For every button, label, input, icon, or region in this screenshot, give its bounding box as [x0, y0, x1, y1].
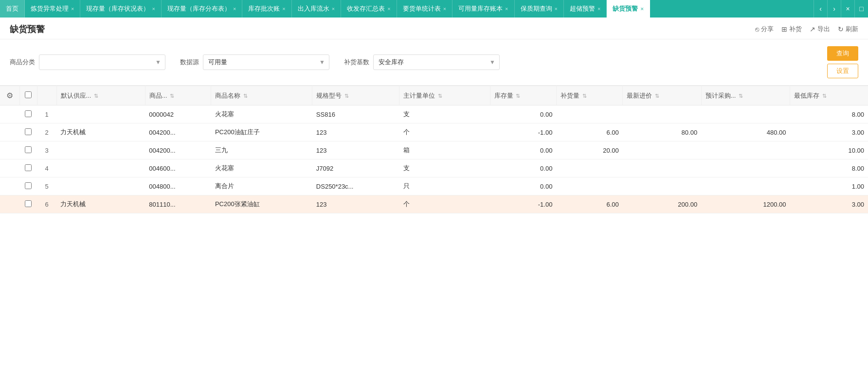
col-header-supplier[interactable]: 默认供应... ⇅: [56, 86, 145, 106]
tab-home[interactable]: 首页: [0, 0, 25, 18]
row-checkbox-cell[interactable]: [19, 141, 37, 159]
row-checkbox-5[interactable]: [25, 200, 32, 207]
col-header-spec[interactable]: 规格型号 ⇅: [312, 86, 399, 106]
datasource-select-arrow: ▼: [319, 59, 325, 66]
restock-basis-label: 补货基数: [344, 58, 369, 67]
share-button[interactable]: ⎋ 分享: [755, 25, 774, 34]
nav-maximize[interactable]: □: [854, 0, 868, 18]
tab-lianhuo[interactable]: 炼货异常处理 ×: [25, 0, 80, 18]
row-spec-2: 123: [312, 141, 399, 159]
col-header-min-stock[interactable]: 最低库存 ⇅: [790, 86, 868, 106]
tab-yaohuo-close[interactable]: ×: [443, 6, 446, 12]
table-container: ⚙ 默认供应... ⇅ 商品... ⇅ 商品名称: [0, 86, 868, 223]
row-unit-1: 个: [399, 123, 490, 141]
nav-close-window[interactable]: ×: [841, 0, 854, 18]
row-est-purchase-0: [701, 106, 790, 123]
col-header-name[interactable]: 商品名称 ⇅: [211, 86, 312, 106]
col-code-label: 商品...: [149, 92, 167, 99]
row-checkbox-cell[interactable]: [19, 123, 37, 141]
tab-keyongliang-close[interactable]: ×: [505, 6, 508, 12]
refresh-label: 刷新: [846, 25, 858, 34]
tab-churuku[interactable]: 出入库流水 ×: [292, 0, 341, 18]
row-code-0: 0000042: [145, 106, 211, 123]
row-code-3: 004600...: [145, 159, 211, 177]
col-header-latest-price[interactable]: 最新进价 ⇅: [623, 86, 701, 106]
row-min-stock-1: 3.00: [790, 123, 868, 141]
row-settings-cell: [0, 195, 19, 213]
row-code-4: 004800...: [145, 177, 211, 195]
tab-keyongliang[interactable]: 可用量库存账本 ×: [452, 0, 514, 18]
refresh-icon: ↻: [838, 25, 844, 33]
row-checkbox-0[interactable]: [25, 110, 32, 117]
tab-shofacun-close[interactable]: ×: [387, 6, 390, 12]
tab-quehuo-close[interactable]: ×: [640, 6, 643, 12]
nav-arrows: ‹ › × □: [814, 0, 868, 18]
datasource-select[interactable]: 可用量 ▼: [203, 54, 329, 70]
tab-xiancunliang1-close[interactable]: ×: [152, 6, 155, 12]
tab-kucunpici-close[interactable]: ×: [282, 6, 285, 12]
row-code-5: 801110...: [145, 195, 211, 213]
col-header-stock[interactable]: 库存量 ⇅: [490, 86, 556, 106]
table-row: 3 004200... 三九 123 箱 0.00 20.00 10.00: [0, 141, 868, 159]
category-select[interactable]: ▼: [39, 54, 165, 70]
table-row: 5 004800... 离合片 DS250*23c... 只 0.00 1.00: [0, 177, 868, 195]
row-checkbox-2[interactable]: [25, 146, 32, 153]
tab-yaohuo[interactable]: 要货单统计表 ×: [397, 0, 452, 18]
row-spec-3: J7092: [312, 159, 399, 177]
row-supplier-2: [56, 141, 145, 159]
col-header-checkbox[interactable]: [19, 86, 37, 106]
row-est-purchase-1: 480.00: [701, 123, 790, 141]
select-all-checkbox[interactable]: [25, 91, 32, 98]
filter-actions: 查询 设置: [827, 46, 858, 78]
tab-xiancunliang1[interactable]: 现存量（库存状况表） ×: [80, 0, 161, 18]
category-label: 商品分类: [10, 58, 35, 67]
row-checkbox-cell[interactable]: [19, 195, 37, 213]
restock-button[interactable]: ⊞ 补货: [781, 25, 802, 34]
row-name-2: 三九: [211, 141, 312, 159]
nav-arrow-right[interactable]: ›: [827, 0, 841, 18]
row-num-4: 5: [37, 177, 56, 195]
tab-chaochu[interactable]: 超储预警 ×: [564, 0, 607, 18]
table-row: 2 力天机械 004200... PC200油缸庄子 123 个 -1.00 6…: [0, 123, 868, 141]
row-checkbox-1[interactable]: [25, 128, 32, 135]
tab-shofacun[interactable]: 收发存汇总表 ×: [341, 0, 397, 18]
tab-churuku-close[interactable]: ×: [332, 6, 335, 12]
col-header-unit[interactable]: 主计量单位 ⇅: [399, 86, 490, 106]
tab-xiancunliang2-close[interactable]: ×: [233, 6, 236, 12]
tab-baozhi-close[interactable]: ×: [555, 6, 558, 12]
row-restock-qty-3: [556, 159, 622, 177]
export-label: 导出: [817, 25, 830, 34]
tab-baozhi[interactable]: 保质期查询 ×: [515, 0, 564, 18]
settings-button[interactable]: 设置: [827, 64, 858, 78]
row-latest-price-4: [623, 177, 701, 195]
col-header-restock-qty[interactable]: 补货量 ⇅: [556, 86, 622, 106]
tab-lianhuo-close[interactable]: ×: [71, 6, 74, 12]
row-unit-0: 支: [399, 106, 490, 123]
restock-basis-select[interactable]: 安全库存 ▼: [373, 54, 500, 70]
row-checkbox-cell[interactable]: [19, 106, 37, 123]
row-checkbox-cell[interactable]: [19, 177, 37, 195]
row-min-stock-0: 8.00: [790, 106, 868, 123]
row-name-5: PC200张紧油缸: [211, 195, 312, 213]
row-checkbox-4[interactable]: [25, 182, 32, 189]
query-button[interactable]: 查询: [827, 46, 858, 61]
col-latest-price-label: 最新进价: [627, 92, 652, 99]
tab-xiancunliang2[interactable]: 现存量（库存分布表） ×: [162, 0, 242, 18]
row-checkbox-3[interactable]: [25, 164, 32, 171]
row-checkbox-cell[interactable]: [19, 159, 37, 177]
row-min-stock-5: 3.00: [790, 195, 868, 213]
nav-arrow-left[interactable]: ‹: [814, 0, 827, 18]
tab-chaochu-close[interactable]: ×: [597, 6, 600, 12]
col-header-code[interactable]: 商品... ⇅: [145, 86, 211, 106]
tab-kucunpici[interactable]: 库存批次账 ×: [242, 0, 291, 18]
col-header-est-purchase[interactable]: 预计采购... ⇅: [701, 86, 790, 106]
refresh-button[interactable]: ↻ 刷新: [838, 25, 858, 34]
category-select-arrow: ▼: [155, 59, 161, 66]
row-unit-5: 个: [399, 195, 490, 213]
tab-quehuo[interactable]: 缺货预警 ×: [607, 0, 650, 18]
row-spec-0: SS816: [312, 106, 399, 123]
row-unit-2: 箱: [399, 141, 490, 159]
col-header-settings[interactable]: ⚙: [0, 86, 19, 106]
settings-gear-icon[interactable]: ⚙: [6, 91, 13, 100]
export-button[interactable]: ↗ 导出: [810, 25, 830, 34]
